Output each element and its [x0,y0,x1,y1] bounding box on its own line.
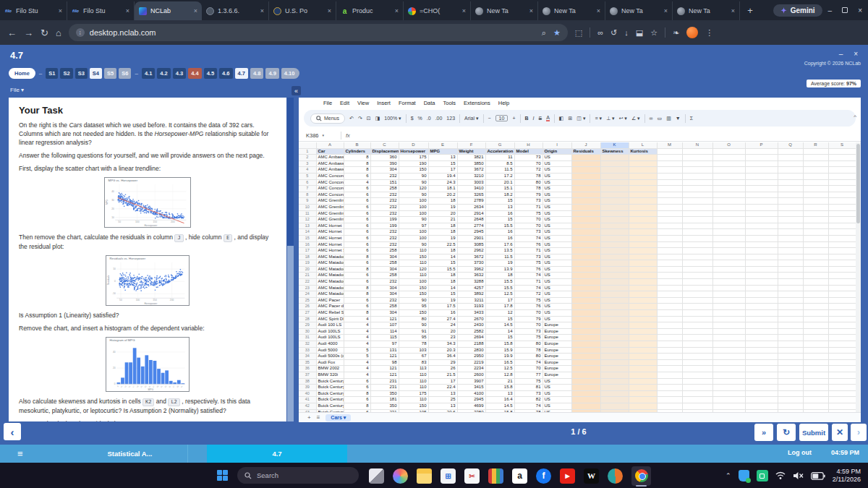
data-cell[interactable]: US [542,248,571,254]
empty-cell[interactable] [712,155,745,161]
data-cell[interactable]: 2219 [457,359,485,366]
row-header-11[interactable]: 11 [299,210,316,217]
data-cell[interactable]: 15.5 [485,285,514,291]
data-cell[interactable]: 100 [399,204,428,210]
skewness-cell[interactable] [600,385,629,391]
data-cell[interactable]: Europe [542,366,571,372]
sheets-menu-tools[interactable]: Tools [443,100,456,106]
data-cell[interactable]: 2582 [457,328,485,335]
nav-pill-4-10[interactable]: 4.10 [281,68,300,79]
row-header-34[interactable]: 34 [299,354,316,360]
data-cell[interactable]: 67 [399,354,428,360]
header-cell[interactable]: Model [514,148,542,155]
empty-cell[interactable] [803,316,828,322]
empty-cell[interactable] [657,173,682,179]
tab-close-icon[interactable]: × [731,7,735,14]
data-cell[interactable]: 2648 [457,217,485,223]
empty-cell[interactable] [745,341,778,348]
data-cell[interactable]: 15.9 [485,347,514,354]
data-cell[interactable]: AMC Gremlin [316,204,344,210]
data-cell[interactable]: 3265 [457,192,485,198]
nav-pill-4-2[interactable]: 4.2 [157,68,170,79]
app-window-controls[interactable]: – × [839,50,862,58]
residuals-cell[interactable] [571,248,600,254]
data-cell[interactable]: 2901 [457,235,485,241]
strikethrough-icon[interactable]: S [539,116,542,121]
empty-cell[interactable] [778,366,803,372]
header-cell[interactable]: Weight [457,148,485,155]
data-cell[interactable]: 79 [514,316,542,322]
browser-tab-filo-stu[interactable]: filoFilo Stu× [67,1,135,20]
url-bar[interactable]: ⁞ desktop.nclab.com ⌕ ★ [69,24,568,41]
column-header-M[interactable]: M [657,142,682,148]
data-cell[interactable]: 27.4 [428,316,457,322]
data-cell[interactable]: AMC Concord D [316,192,344,198]
empty-cell[interactable] [778,378,803,385]
empty-cell[interactable] [657,397,682,403]
skewness-cell[interactable] [600,179,629,186]
currency-icon[interactable]: $ [411,116,414,121]
residuals-cell[interactable] [571,310,600,317]
data-cell[interactable]: 150 [399,167,428,174]
empty-cell[interactable] [712,266,745,273]
empty-cell[interactable] [657,359,682,366]
empty-cell[interactable] [828,160,856,167]
data-cell[interactable]: Audi 5000 [316,347,344,354]
empty-cell[interactable] [657,160,682,167]
empty-cell[interactable] [803,310,828,317]
tab-close-icon[interactable]: × [529,7,533,14]
empty-cell[interactable] [712,347,745,354]
empty-cell[interactable] [682,266,712,273]
residuals-cell[interactable] [571,390,600,397]
empty-cell[interactable] [828,354,856,360]
empty-cell[interactable] [712,229,745,236]
font-icon[interactable]: Arial ▾ [464,116,478,121]
data-cell[interactable]: 13 [485,390,514,397]
column-header-P[interactable]: P [745,142,778,148]
empty-cell[interactable] [657,198,682,205]
empty-cell[interactable] [745,223,778,229]
data-cell[interactable]: 19.4 [428,173,457,179]
data-cell[interactable]: 258 [370,273,399,279]
empty-cell[interactable] [778,217,803,223]
data-cell[interactable]: 15.5 [485,279,514,286]
empty-cell[interactable] [803,254,828,260]
kurtosis-cell[interactable] [629,241,657,248]
data-cell[interactable]: 16 [485,210,514,217]
empty-cell[interactable] [682,229,712,236]
comment-icon[interactable]: ▭ [658,116,663,121]
data-cell[interactable]: US [542,316,571,322]
data-cell[interactable]: 73 [514,254,542,260]
empty-cell[interactable] [803,390,828,397]
empty-cell[interactable] [657,266,682,273]
paint-app-icon[interactable] [608,468,623,484]
data-cell[interactable]: 74 [514,359,542,366]
empty-cell[interactable] [803,359,828,366]
empty-cell[interactable] [712,285,745,291]
data-cell[interactable]: 360 [370,155,399,161]
data-cell[interactable]: 258 [370,260,399,267]
data-cell[interactable]: 8 [344,167,370,174]
residuals-cell[interactable] [571,366,600,372]
data-cell[interactable]: 114 [370,328,399,335]
previous-page-button[interactable]: ‹ [4,423,21,440]
kurtosis-cell[interactable] [629,372,657,378]
data-cell[interactable]: US [542,229,571,236]
data-cell[interactable]: 3211 [457,297,485,304]
empty-cell[interactable] [682,291,712,298]
nav-pill-s3[interactable]: S3 [75,68,88,79]
empty-cell[interactable] [712,179,745,186]
file-menu[interactable]: File ▾ [10,87,24,93]
data-cell[interactable]: US [542,223,571,229]
data-cell[interactable]: 304 [370,285,399,291]
data-cell[interactable]: 6 [344,279,370,286]
data-cell[interactable]: 121 [370,316,399,322]
data-cell[interactable]: Europe [542,335,571,341]
data-cell[interactable]: 6 [344,210,370,217]
sheet-tab-cars[interactable]: Cars ▾ [326,414,351,421]
logout-button[interactable]: Log out [788,449,812,456]
empty-cell[interactable] [745,167,778,174]
empty-cell[interactable] [682,378,712,385]
empty-cell[interactable] [828,310,856,317]
data-cell[interactable]: 150 [399,403,428,409]
